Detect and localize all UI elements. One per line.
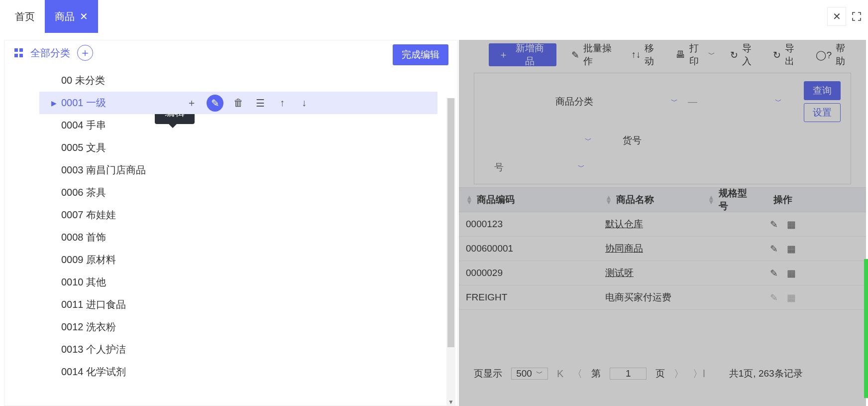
filter-category-label: 商品分类 <box>534 95 593 108</box>
table-row: 0000029测试呀✎▦ <box>459 261 866 285</box>
col-op-label: 操作 <box>756 193 810 206</box>
help-button[interactable]: ◯?帮助 <box>816 42 851 68</box>
category-label: 0009 原材料 <box>61 253 116 267</box>
category-panel: 全部分类 ＋ 完成编辑 编辑 00 未分类▶0001 一级＋✎🗑☰↑↓0004 … <box>4 40 458 406</box>
page-input[interactable]: 1 <box>610 368 647 380</box>
archive-icon[interactable]: ☰ <box>253 96 267 110</box>
filter-box: 商品分类 ﹀ — ﹀ 查询 设置 ﹀ 货号 <box>474 73 851 184</box>
sort-icon[interactable]: ▲▼ <box>708 195 715 204</box>
add-category-icon[interactable]: ＋ <box>77 45 93 61</box>
page-size-select[interactable]: 500﹀ <box>511 368 548 380</box>
all-categories-link[interactable]: 全部分类 <box>30 46 70 60</box>
category-item[interactable]: 0007 布娃娃 <box>39 204 437 226</box>
settings-button[interactable]: 设置 <box>804 103 841 122</box>
per-page-label: 页显示 <box>474 367 502 380</box>
sort-icon[interactable]: ▲▼ <box>605 195 612 204</box>
filter-category-from[interactable]: ﹀ <box>603 93 678 110</box>
row-more-icon[interactable]: ▦ <box>787 268 796 279</box>
move-down-icon[interactable]: ↓ <box>297 96 311 110</box>
done-edit-button[interactable]: 完成编辑 <box>393 44 448 65</box>
category-label: 0010 其他 <box>61 275 106 289</box>
product-name-link[interactable]: 测试呀 <box>605 267 634 279</box>
filter-category-to[interactable]: ﹀ <box>707 93 782 110</box>
category-label: 0013 个人护洁 <box>61 343 126 356</box>
category-item[interactable]: ▶0001 一级＋✎🗑☰↑↓ <box>39 92 437 114</box>
sort-icon[interactable]: ▲▼ <box>466 195 473 204</box>
category-label: 0006 茶具 <box>61 186 106 199</box>
category-item[interactable]: 0009 原材料 <box>39 249 437 271</box>
category-item[interactable]: 0005 文具 <box>39 136 437 159</box>
product-name-link[interactable]: 默认仓库 <box>605 218 643 231</box>
right-edge-accent <box>864 259 868 398</box>
filter-sku-label: 货号 <box>602 134 642 147</box>
row-edit-icon[interactable]: ✎ <box>770 268 778 279</box>
category-header: 全部分类 ＋ 完成编辑 <box>4 40 457 65</box>
tab-home-label: 首页 <box>15 10 35 23</box>
pagination: 页显示 500﹀ K 〈 第 1 页 〉 〉l 共1页, 263条记录 <box>459 361 866 386</box>
chevron-down-icon: ﹀ <box>708 50 715 59</box>
close-all-icon[interactable]: ✕ <box>827 7 846 26</box>
print-button[interactable]: 🖶打印﹀ <box>676 42 715 68</box>
tab-product-label: 商品 <box>55 10 75 23</box>
move-button[interactable]: ↑↓移动 <box>631 42 660 68</box>
category-item[interactable]: 0014 化学试剂 <box>39 361 437 383</box>
export-button[interactable]: ↻导出 <box>773 42 801 68</box>
category-item[interactable]: 0013 个人护洁 <box>39 338 437 361</box>
first-page-button[interactable]: K <box>557 368 563 380</box>
print-icon: 🖶 <box>676 49 685 60</box>
category-item[interactable]: 0006 茶具 <box>39 181 437 204</box>
table-row: 000600001协同商品✎▦ <box>459 237 866 261</box>
category-item[interactable]: 00 未分类 <box>39 69 437 92</box>
help-icon: ◯? <box>816 49 832 61</box>
plus-icon: ＋ <box>499 48 508 61</box>
fullscreen-icon[interactable] <box>847 7 866 26</box>
query-button[interactable]: 查询 <box>804 81 841 100</box>
category-item[interactable]: 0011 进口食品 <box>39 293 437 316</box>
category-item[interactable]: 0004 手串 <box>39 114 437 136</box>
delete-icon[interactable]: 🗑 <box>231 96 245 110</box>
tab-bar: 首页 商品 ✕ ✕ <box>0 0 868 33</box>
close-icon[interactable]: ✕ <box>80 10 88 22</box>
right-panel: ＋新增商品 ✎批量操作 ↑↓移动 🖶打印﹀ ↻导入 ↻导出 ◯?帮助 商品分类 … <box>459 40 866 406</box>
export-icon: ↻ <box>773 49 781 61</box>
new-product-button[interactable]: ＋新增商品 <box>489 43 556 66</box>
row-more-icon[interactable]: ▦ <box>787 243 796 255</box>
scrollbar-thumb[interactable] <box>447 98 454 347</box>
prev-page-button[interactable]: 〈 <box>572 367 582 381</box>
category-item[interactable]: 0012 洗衣粉 <box>39 316 437 338</box>
add-child-icon[interactable]: ＋ <box>185 96 199 110</box>
product-name-link[interactable]: 协同商品 <box>605 242 643 255</box>
category-label: 0001 一级 <box>61 96 106 110</box>
filter-extra-select[interactable]: ﹀ <box>514 159 585 176</box>
category-label: 0008 首饰 <box>61 231 106 244</box>
cell-code: FREIGHT <box>459 292 598 303</box>
move-up-icon[interactable]: ↑ <box>275 96 289 110</box>
batch-button[interactable]: ✎批量操作 <box>571 42 617 68</box>
tab-home[interactable]: 首页 <box>5 0 45 33</box>
row-more-icon[interactable]: ▦ <box>787 292 796 303</box>
row-more-icon[interactable]: ▦ <box>787 219 796 230</box>
col-code-label: 商品编码 <box>477 193 515 206</box>
category-label: 0004 手串 <box>61 119 106 132</box>
import-button[interactable]: ↻导入 <box>730 42 758 68</box>
last-page-button[interactable]: 〉l <box>693 367 705 381</box>
category-label: 0007 布娃娃 <box>61 208 116 222</box>
category-item[interactable]: 0003 南昌门店商品 <box>39 159 437 181</box>
scrollbar[interactable]: ▲ ▼ <box>446 98 455 406</box>
filter-unknown-select[interactable]: ﹀ <box>517 132 592 149</box>
category-item[interactable]: 0008 首饰 <box>39 226 437 249</box>
col-spec-label: 规格型号 <box>719 187 749 213</box>
table-row: FREIGHT电商买家付运费✎▦ <box>459 285 866 310</box>
tab-product[interactable]: 商品 ✕ <box>45 0 98 33</box>
row-edit-icon[interactable]: ✎ <box>770 219 778 230</box>
page-summary: 共1页, 263条记录 <box>729 367 803 380</box>
edit-icon[interactable]: ✎ <box>207 95 223 112</box>
category-label: 0011 进口食品 <box>61 298 126 311</box>
row-edit-icon[interactable]: ✎ <box>770 243 778 255</box>
grid-icon <box>14 48 23 57</box>
col-name-label: 商品名称 <box>616 193 654 206</box>
category-label: 0014 化学试剂 <box>61 365 126 379</box>
move-icon: ↑↓ <box>631 49 641 60</box>
next-page-button[interactable]: 〉 <box>674 367 684 381</box>
category-item[interactable]: 0010 其他 <box>39 271 437 293</box>
